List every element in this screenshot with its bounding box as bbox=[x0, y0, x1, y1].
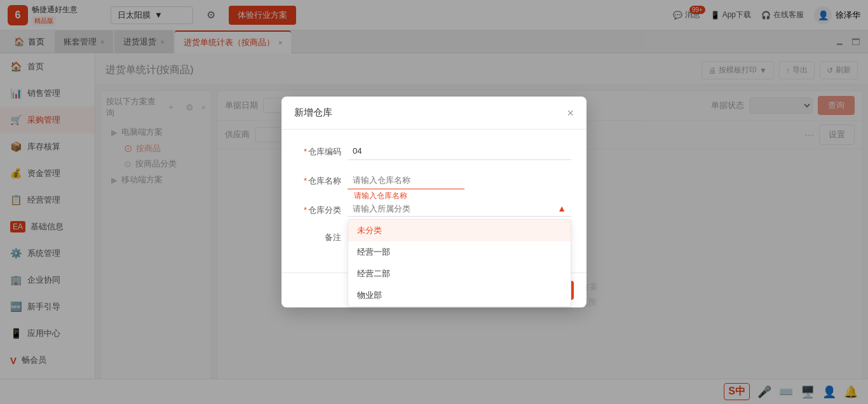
dropdown-option-uncategorized[interactable]: 未分类 bbox=[348, 220, 571, 241]
form-row-name-inner: *仓库名称 bbox=[297, 172, 465, 189]
dropdown-option-dept1[interactable]: 经营一部 bbox=[348, 241, 571, 263]
modal-title: 新增仓库 bbox=[294, 107, 332, 119]
form-row-name: *仓库名称 请输入仓库名称 bbox=[297, 172, 571, 189]
code-label: *仓库编码 bbox=[297, 142, 348, 158]
code-input[interactable] bbox=[348, 142, 571, 160]
new-warehouse-modal: 新增仓库 × *仓库编码 *仓库名称 请输入仓库名称 bbox=[281, 97, 587, 307]
category-input-wrapper: ▲ bbox=[348, 201, 571, 217]
form-row-category: *仓库分类 ▲ 未分类 经营一部 bbox=[297, 201, 571, 217]
note-label: 备注 bbox=[297, 228, 348, 243]
modal-overlay: 新增仓库 × *仓库编码 *仓库名称 请输入仓库名称 bbox=[0, 0, 868, 404]
modal-header: 新增仓库 × bbox=[281, 97, 587, 130]
dropdown-chevron-up-icon[interactable]: ▲ bbox=[557, 203, 566, 213]
name-error-message: 请输入仓库名称 bbox=[354, 191, 407, 201]
modal-close-button[interactable]: × bbox=[567, 107, 574, 119]
category-dropdown-list: 未分类 经营一部 经营二部 物业部 bbox=[348, 219, 571, 307]
category-label: *仓库分类 bbox=[297, 201, 348, 216]
dropdown-option-property[interactable]: 物业部 bbox=[348, 285, 571, 306]
category-container: ▲ 未分类 经营一部 经营二部 物业部 bbox=[348, 201, 571, 217]
modal-body: *仓库编码 *仓库名称 请输入仓库名称 *仓库分类 bbox=[281, 130, 587, 273]
category-input[interactable] bbox=[353, 204, 557, 213]
form-row-code: *仓库编码 bbox=[297, 142, 571, 160]
name-input[interactable] bbox=[348, 172, 465, 189]
dropdown-option-dept2[interactable]: 经营二部 bbox=[348, 263, 571, 285]
name-label: *仓库名称 bbox=[297, 172, 348, 187]
